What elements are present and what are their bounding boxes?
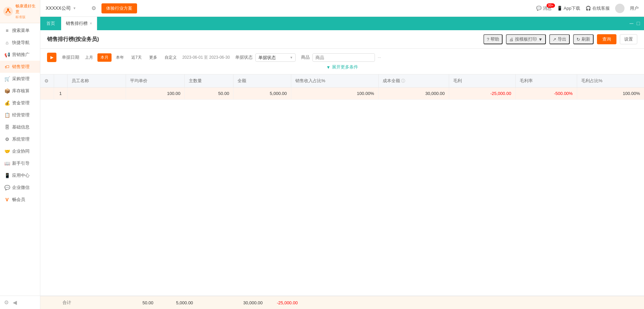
online-service-label: 在线客服 [592,5,610,11]
col-sales-ratio-header: 销售收入占比% [291,74,378,88]
main-area: XXXXX公司 ▼ ⚙ 体验行业方案 💬 消息 99+ 📱 App下载 🎧 在线… [40,0,644,309]
row-sales-ratio-cell: 100.00% [291,88,378,100]
template-print-btn[interactable]: 🖨 按模板打印 ▼ [506,34,546,44]
quick-nav-icon: ⌂ [4,40,10,46]
company-selector[interactable]: XXXXX公司 ▼ [46,5,86,11]
goods-input[interactable] [312,53,375,62]
status-select[interactable]: 单据状态 [255,53,296,62]
sidebar-item-sales-mgmt[interactable]: 🏷 销售管理 [0,61,40,73]
export-btn[interactable]: ↗ 导出 [549,34,570,44]
tab-sales-ranking[interactable]: 销售排行榜 × [61,17,97,30]
logo-text: 畅康通好生意 [15,3,37,15]
svg-point-0 [3,7,13,16]
sidebar-item-enterprise-collab[interactable]: 🤝 企业协同 [0,145,40,157]
sidebar-item-app-center[interactable]: 📱 应用中心 [0,169,40,182]
tab-minimize-btn[interactable]: ─ [630,20,633,27]
sidebar-item-basic-info[interactable]: 🗄 基础信息 [0,121,40,133]
logo-sub: 标准版 [15,15,37,19]
sidebar-item-marketing-label: 营销推广 [12,52,30,58]
goods-filter-label: 商品 [301,54,310,60]
sidebar-item-member[interactable]: V 畅会员 [0,194,40,206]
expand-conditions-btn[interactable]: ▼ 展开更多条件 [326,64,358,70]
tab-close-icon[interactable]: × [90,21,92,26]
sidebar-item-system-mgmt[interactable]: ⚙ 系统管理 [0,133,40,145]
tab-home[interactable]: 首页 [40,17,61,30]
sidebar-item-basic-info-label: 基础信息 [12,124,30,130]
date-btn-7days[interactable]: 近7天 [128,53,145,62]
export-label: 导出 [558,36,566,42]
sidebar-item-newcomer-guide-label: 新手引导 [12,160,30,166]
sidebar-item-marketing[interactable]: 📢 营销推广 [0,49,40,61]
app-download-btn[interactable]: 📱 App下载 [557,5,580,11]
table-footer: 合计 50.00 5,000.00 30,000.00 -25,000.00 [40,296,644,309]
settings-btn[interactable]: 设置 [620,34,637,44]
sidebar-item-app-center-label: 应用中心 [12,172,30,178]
logo-icon [3,6,13,17]
operation-mgmt-icon: 📋 [4,112,10,118]
sidebar-item-operation-mgmt[interactable]: 📋 经营管理 [0,109,40,121]
template-print-label: 按模板打印 [515,36,537,42]
date-btn-this-year[interactable]: 本年 [113,53,127,62]
print-arrow-icon: ▼ [538,37,543,42]
sidebar-footer: ⚙ ◀ [0,296,40,309]
sidebar-item-search-order[interactable]: ≡ 搜索菜单 [0,24,40,37]
date-btn-more[interactable]: 更多 [146,53,160,62]
top-header-right: 💬 消息 99+ 📱 App下载 🎧 在线客服 用户 [536,4,639,13]
page-header-actions: ? 帮助 🖨 按模板打印 ▼ ↗ 导出 ↻ 刷新 查询 设置 [483,34,637,44]
system-mgmt-icon: ⚙ [4,136,10,142]
tab-maximize-btn[interactable]: □ [637,20,640,27]
row-profit-ratio-cell: 100.00% [577,88,644,100]
sidebar-collapse-btn[interactable]: ◀ [13,299,17,306]
sidebar-item-funds-mgmt-label: 资金管理 [12,100,30,106]
top-header: XXXXX公司 ▼ ⚙ 体验行业方案 💬 消息 99+ 📱 App下载 🎧 在线… [40,0,644,17]
table-area: ⚙ 员工名称 平均单价 主数量 全额 销售收入占比% 成本全额 ⓘ 毛利 毛利率 [40,74,644,309]
col-settings-header[interactable]: ⚙ [40,74,54,88]
sidebar-item-inventory-label: 库存核算 [12,88,30,94]
col-avg-price-header: 平均单价 [126,74,185,88]
app-download-icon: 📱 [557,6,562,11]
date-btn-custom[interactable]: 自定义 [162,53,180,62]
sidebar-item-operation-mgmt-label: 经营管理 [12,112,30,118]
date-btn-this-month[interactable]: 本月 [97,53,112,62]
sidebar-item-search-order-label: 搜索菜单 [12,28,30,34]
refresh-btn[interactable]: ↻ 刷新 [573,34,594,44]
online-service-btn[interactable]: 🎧 在线客服 [586,5,610,11]
cost-help-icon[interactable]: ⓘ [401,79,405,83]
tab-home-label: 首页 [46,20,55,27]
trial-btn[interactable]: 体验行业方案 [101,3,137,13]
row-main-qty-cell: 50.00 [184,88,233,100]
sidebar-item-enterprise-wechat[interactable]: 💬 企业微信 [0,182,40,194]
company-name: XXXXX公司 [46,5,71,11]
purchase-mgmt-icon: 🛒 [4,76,10,82]
svg-point-1 [7,8,9,10]
app-center-icon: 📱 [4,172,10,178]
sidebar-item-member-label: 畅会员 [12,197,25,203]
message-btn[interactable]: 💬 消息 99+ [536,5,552,11]
sidebar-item-funds-mgmt[interactable]: 💰 资金管理 [0,97,40,109]
goods-more-icon: ··· [378,55,381,60]
table-row: 1 100.00 50.00 5,000.00 100.00% 30,000.0… [40,88,644,100]
query-btn[interactable]: 查询 [597,34,616,44]
sidebar-item-inventory[interactable]: 📦 库存核算 [0,85,40,97]
refresh-label: 刷新 [582,36,590,42]
date-btn-last-month[interactable]: 上月 [82,53,96,62]
filter-toggle-btn[interactable]: ▶ [47,53,56,62]
sidebar-item-newcomer-guide[interactable]: 📖 新手引导 [0,157,40,169]
sidebar-logo: 畅康通好生意 标准版 [0,0,40,23]
sidebar-item-system-mgmt-label: 系统管理 [12,136,30,142]
enterprise-collab-icon: 🤝 [4,148,10,154]
marketing-icon: 📢 [4,52,10,58]
user-avatar[interactable] [615,4,625,13]
table-settings-icon[interactable]: ⚙ [44,78,49,84]
sidebar-settings-btn[interactable]: ⚙ [4,299,9,306]
header-settings-btn[interactable]: ⚙ [90,4,97,13]
help-btn[interactable]: ? 帮助 [483,34,503,44]
sidebar-item-purchase-mgmt[interactable]: 🛒 采购管理 [0,73,40,85]
col-gross-margin-header: 毛利率 [515,74,577,88]
sidebar-item-quick-nav-label: 快捷导航 [12,40,30,46]
sidebar-item-quick-nav[interactable]: ⌂ 快捷导航 [0,37,40,49]
row-employee-cell [67,88,126,100]
col-rank-header [54,74,67,88]
footer-values: 50.00 5,000.00 30,000.00 -25,000.00 [105,300,374,305]
user-name[interactable]: 用户 [630,5,639,11]
